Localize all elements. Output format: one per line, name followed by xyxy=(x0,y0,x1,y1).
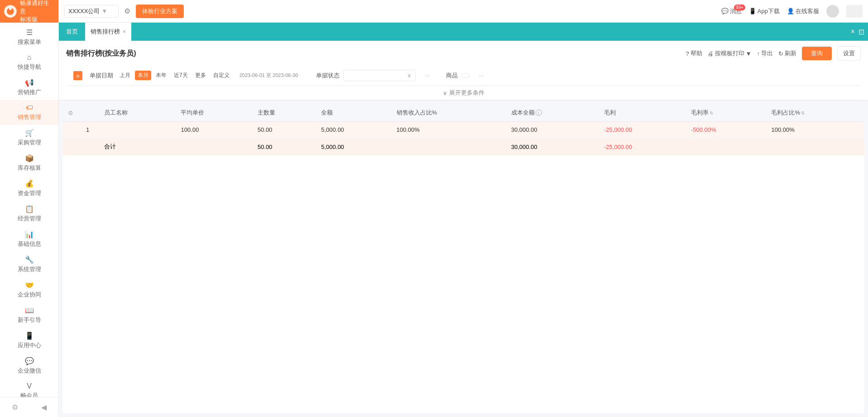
ops-icon: 📋 xyxy=(25,205,34,213)
footer-sales-pct-cell xyxy=(391,138,506,156)
sidebar-item-sales[interactable]: 🏷 销售管理 xyxy=(0,100,58,125)
sidebar-label-shortcut: 快捷导航 xyxy=(18,63,41,71)
sidebar-item-inventory[interactable]: 📦 库存核算 xyxy=(0,150,58,176)
sidebar-label-guide: 新手引导 xyxy=(18,316,41,324)
date-filter-label: 单据日期 xyxy=(90,72,113,80)
col-avg-price: 平均单价 xyxy=(175,104,252,122)
tab-sales-ranking[interactable]: 销售排行榜 × xyxy=(85,23,131,41)
status-select[interactable]: ∨ xyxy=(343,70,416,81)
sidebar: 畅康通好生意 标准版 ☰ 搜索菜单 ⌂ 快捷导航 📢 营销推广 🏷 销售管理 🛒… xyxy=(0,0,59,417)
expand-more-button[interactable]: ∨ 展开更多条件 xyxy=(443,89,484,97)
sidebar-item-marketing[interactable]: 📢 营销推广 xyxy=(0,75,58,100)
top-header: XXXXX公司 ▼ ⚙ 体验行业方案 💬 消息 99+ 📱 App下载 👤 在线… xyxy=(59,0,868,23)
marketing-icon: 📢 xyxy=(25,78,34,87)
avatar[interactable] xyxy=(826,5,839,18)
help-icon: ? xyxy=(686,50,689,57)
export-button[interactable]: ↑ 导出 xyxy=(757,49,773,58)
date-tab-this-year[interactable]: 本年 xyxy=(153,71,169,80)
cost-info-icon[interactable]: i xyxy=(536,110,542,116)
col-amount: 全额 xyxy=(316,104,391,122)
status-select-arrow: ∨ xyxy=(407,72,412,79)
sidebar-label-system: 系统管理 xyxy=(18,265,41,273)
help-button[interactable]: ? 帮助 xyxy=(686,49,702,58)
date-tab-custom[interactable]: 自定义 xyxy=(211,71,232,80)
sidebar-item-basic[interactable]: 📊 基础信息 xyxy=(0,226,58,252)
date-tab-last-month[interactable]: 上月 xyxy=(117,71,133,80)
date-tab-more[interactable]: 更多 xyxy=(192,71,209,80)
print-button[interactable]: 🖨 按模板打印 ▼ xyxy=(708,49,752,58)
tab-home[interactable]: 首页 xyxy=(59,23,85,41)
query-button[interactable]: 查询 xyxy=(802,47,832,60)
goods-select[interactable] xyxy=(461,73,470,78)
sidebar-item-search[interactable]: ☰ 搜索菜单 xyxy=(0,24,58,50)
sidebar-logo: 畅康通好生意 标准版 xyxy=(0,0,58,23)
print-icon: 🖨 xyxy=(708,50,714,57)
date-tab-7days[interactable]: 近7天 xyxy=(171,71,191,80)
footer-rank-cell xyxy=(81,138,99,156)
settings-bottom-icon[interactable]: ⚙ xyxy=(8,401,22,413)
member-icon: V xyxy=(27,382,32,390)
footer-amount-cell: 5,000.00 xyxy=(316,138,391,156)
company-name: XXXXX公司 xyxy=(68,7,100,15)
page-title-row: 销售排行榜(按业务员) ? 帮助 🖨 按模板打印 ▼ ↑ 导出 xyxy=(66,46,861,65)
filter-expand-button[interactable]: » xyxy=(73,71,82,80)
collapse-icon[interactable]: ◀ xyxy=(38,401,50,413)
cell-sales-pct: 100.00% xyxy=(391,122,506,138)
sidebar-item-finance[interactable]: 💰 资金管理 xyxy=(0,176,58,201)
company-selector[interactable]: XXXXX公司 ▼ xyxy=(64,5,119,18)
profit-pct-sort-icon[interactable]: ⇅ xyxy=(801,110,805,115)
online-service-button[interactable]: 👤 在线客服 xyxy=(787,7,819,15)
cell-name xyxy=(99,122,175,138)
sidebar-item-ops[interactable]: 📋 经营管理 xyxy=(0,201,58,226)
filter-more-dots[interactable]: ··· xyxy=(423,72,432,79)
sidebar-label-finance: 资金管理 xyxy=(18,189,41,197)
settings-button[interactable]: 设置 xyxy=(837,46,861,61)
collab-icon: 🤝 xyxy=(25,281,34,289)
table-body: 1 100.00 50.00 5,000.00 100.00% 30,000.0… xyxy=(62,122,864,138)
app-download-button[interactable]: 📱 App下载 xyxy=(749,7,780,15)
sidebar-label-inventory: 库存核算 xyxy=(18,164,41,172)
col-name: 员工名称 xyxy=(99,104,175,122)
wechat-icon: 💬 xyxy=(25,357,34,365)
shortcut-icon: ⌂ xyxy=(27,53,32,62)
col-profit-rate: 毛利率⇅ xyxy=(686,104,766,122)
sidebar-item-guide[interactable]: 📖 新手引导 xyxy=(0,302,58,328)
profit-rate-sort-icon[interactable]: ⇅ xyxy=(710,110,713,115)
tab-window-close-icon[interactable]: × xyxy=(851,28,855,36)
sidebar-nav: ☰ 搜索菜单 ⌂ 快捷导航 📢 营销推广 🏷 销售管理 🛒 采购管理 📦 库存核… xyxy=(0,23,58,397)
sidebar-label-apps: 应用中心 xyxy=(18,341,41,350)
date-tab-this-month[interactable]: 本月 xyxy=(135,71,151,80)
sidebar-label-ops: 经营管理 xyxy=(18,215,41,223)
content-area: 销售排行榜(按业务员) ? 帮助 🖨 按模板打印 ▼ ↑ 导出 xyxy=(59,41,868,417)
cell-avg-price: 100.00 xyxy=(175,122,252,138)
svg-point-2 xyxy=(9,7,12,10)
guide-icon: 📖 xyxy=(25,306,34,315)
sidebar-item-purchase[interactable]: 🛒 采购管理 xyxy=(0,125,58,150)
date-tabs: 上月 本月 本年 近7天 更多 自定义 xyxy=(117,71,232,80)
goods-more-dots[interactable]: ··· xyxy=(477,72,485,79)
col-settings[interactable]: ⚙ xyxy=(62,104,81,122)
table-row: 1 100.00 50.00 5,000.00 100.00% 30,000.0… xyxy=(62,122,864,138)
home-tab-label: 首页 xyxy=(66,28,78,36)
page-title: 销售排行榜(按业务员) xyxy=(66,49,136,58)
inventory-icon: 📦 xyxy=(25,154,34,163)
cell-settings xyxy=(62,122,81,138)
sidebar-item-wechat[interactable]: 💬 企业微信 xyxy=(0,353,58,379)
sidebar-item-collab[interactable]: 🤝 企业协同 xyxy=(0,277,58,302)
trial-button[interactable]: 体验行业方案 xyxy=(136,5,184,18)
settings-icon[interactable]: ⚙ xyxy=(122,5,132,17)
sidebar-item-shortcut[interactable]: ⌂ 快捷导航 xyxy=(0,50,58,75)
sidebar-item-apps[interactable]: 📱 应用中心 xyxy=(0,328,58,353)
tab-close-icon[interactable]: × xyxy=(123,29,126,35)
sidebar-label-basic: 基础信息 xyxy=(18,240,41,248)
footer-label-cell: 合计 xyxy=(99,138,175,156)
refresh-button[interactable]: ↻ 刷新 xyxy=(778,49,796,58)
sidebar-item-system[interactable]: 🔧 系统管理 xyxy=(0,252,58,277)
message-button[interactable]: 💬 消息 99+ xyxy=(721,7,742,15)
sidebar-item-member[interactable]: V 畅会员 xyxy=(0,379,58,397)
tab-window-restore-icon[interactable]: ⊡ xyxy=(858,28,864,36)
footer-cost-amount-cell: 30,000.00 xyxy=(506,138,599,156)
print-dropdown-arrow: ▼ xyxy=(746,50,752,57)
status-filter-group: 单据状态 ∨ xyxy=(316,70,416,81)
footer-profit-pct-cell xyxy=(766,138,864,156)
